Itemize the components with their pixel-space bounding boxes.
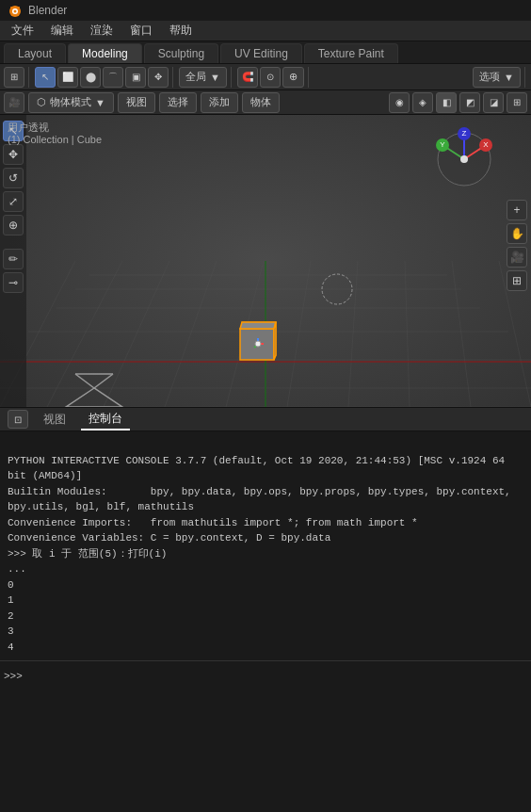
add-btn[interactable]: 添加 <box>201 92 238 113</box>
svg-marker-32 <box>274 322 276 360</box>
menu-bar: 文件 编辑 渲染 窗口 帮助 <box>0 21 531 41</box>
console-line: Builtin Modules: bpy, bpy.data, bpy.ops,… <box>8 484 523 515</box>
tab-modeling[interactable]: Modeling <box>68 43 142 63</box>
svg-text:Z: Z <box>462 129 467 138</box>
navigation-gizmo[interactable]: X Y Z <box>431 126 497 192</box>
console-input-field[interactable] <box>26 671 527 682</box>
box-select-btn[interactable]: ⬜ <box>57 67 78 88</box>
blender-logo-icon <box>8 3 23 18</box>
svg-point-36 <box>255 341 261 347</box>
console-prompt: >>> <box>4 671 23 682</box>
console-line: >>> 取 i 于 范围(5)：打印(i) <box>8 546 523 562</box>
camera-view-btn[interactable]: 🎥 <box>507 247 527 268</box>
grid-view-btn[interactable]: ⊞ <box>507 270 527 291</box>
console-line: 3 <box>8 624 523 640</box>
bottom-header: ⊡ 视图 控制台 <box>0 407 531 431</box>
toolbar-icon-btn[interactable]: ⊞ <box>4 67 24 88</box>
header-row2: 🎥 ⬡ 物体模式 ▼ 视图 选择 添加 物体 ◉ ◈ ◧ ◩ ◪ ⊞ <box>0 90 531 115</box>
toolbar-select-group: ↖ ⬜ ⬤ ⌒ ▣ ✥ <box>35 67 173 88</box>
tweak-btn[interactable]: ✥ <box>148 67 169 88</box>
console-line: Convenience Variables: C = bpy.context, … <box>8 530 523 546</box>
snap-btn[interactable]: 🧲 <box>237 67 258 88</box>
viewport-icon-btn[interactable]: 🎥 <box>4 92 24 113</box>
tab-uv-editing[interactable]: UV Editing <box>220 43 302 63</box>
title-bar: Blender <box>0 0 531 21</box>
shading-mode-btn3[interactable]: ◧ <box>436 92 457 113</box>
toolbar-options-group: 选项 ▼ <box>473 67 525 88</box>
chevron-down-icon2: ▼ <box>504 72 514 83</box>
toolbar-snap-group: 🧲 ⊙ ⊕ <box>237 67 309 88</box>
shading-mode-btn2[interactable]: ◈ <box>412 92 433 113</box>
viewport-perspective-label: 用户透视 <box>8 121 49 135</box>
proportional-btn[interactable]: ⊙ <box>260 67 281 88</box>
left-tools: ↖ ✥ ↺ ⤢ ⊕ ✏ ⊸ <box>0 115 26 407</box>
console-line: 0 <box>8 577 523 593</box>
workspace-tabs: Layout Modeling Sculpting UV Editing Tex… <box>0 41 531 64</box>
svg-text:Y: Y <box>440 140 445 149</box>
measure-tool[interactable]: ⊸ <box>3 272 24 293</box>
console-line: Convenience Imports: from mathutils impo… <box>8 515 523 531</box>
options-label: 选项 <box>479 70 500 84</box>
mode-chevron-icon: ▼ <box>95 97 105 108</box>
shading-mode-btn5[interactable]: ◪ <box>483 92 504 113</box>
chevron-down-icon: ▼ <box>210 72 220 83</box>
menu-help[interactable]: 帮助 <box>162 21 200 41</box>
scale-tool[interactable]: ⤢ <box>3 191 24 212</box>
menu-window[interactable]: 窗口 <box>122 21 160 41</box>
title-text: Blender <box>28 4 67 17</box>
console-line: 4 <box>8 640 523 656</box>
tab-sculpting[interactable]: Sculpting <box>144 43 218 63</box>
menu-file[interactable]: 文件 <box>4 21 41 41</box>
options-dropdown[interactable]: 选项 ▼ <box>473 67 521 88</box>
mode-icon: ⬡ <box>37 96 46 108</box>
snap-icon: ⊕ <box>289 71 298 83</box>
svg-point-47 <box>460 155 468 163</box>
circle-select-btn[interactable]: ⬤ <box>80 67 101 88</box>
console-input-area[interactable]: >>> <box>0 660 531 690</box>
console-line: 1 <box>8 593 523 609</box>
select-btn[interactable]: 选择 <box>159 92 197 113</box>
tab-texture-paint[interactable]: Texture Paint <box>304 43 398 63</box>
menu-edit[interactable]: 编辑 <box>43 21 81 41</box>
svg-marker-31 <box>240 322 276 329</box>
toolbar-transform-group: 全局 ▼ <box>179 67 232 88</box>
toolbar-mode-group: ⊞ <box>4 67 29 88</box>
shading-mode-btn4[interactable]: ◩ <box>459 92 480 113</box>
svg-rect-3 <box>10 7 20 8</box>
lasso-select-btn[interactable]: ⌒ <box>103 67 123 88</box>
right-viewport-tools: + ✋ 🎥 ⊞ <box>507 200 527 291</box>
transform-dropdown[interactable]: 全局 ▼ <box>179 67 227 88</box>
svg-text:X: X <box>483 140 489 149</box>
transform-label: 全局 <box>185 70 206 84</box>
transform-tool[interactable]: ⊕ <box>3 215 24 235</box>
menu-render[interactable]: 渲染 <box>83 21 121 41</box>
mode-label: 物体模式 <box>50 95 91 109</box>
console-line: ... <box>8 561 523 577</box>
shading-mode-btn1[interactable]: ◉ <box>389 92 410 113</box>
toolbar-row: ⊞ ↖ ⬜ ⬤ ⌒ ▣ ✥ 全局 ▼ 🧲 ⊙ ⊕ 选项 ▼ <box>0 64 531 90</box>
console-output: PYTHON INTERACTIVE CONSOLE 3.7.7 (defaul… <box>0 431 531 660</box>
svg-point-2 <box>14 10 17 13</box>
overlay-btn[interactable]: ⊞ <box>507 92 527 113</box>
rotate-tool[interactable]: ↺ <box>3 168 24 188</box>
view-btn[interactable]: 视图 <box>118 92 155 113</box>
console-line: 2 <box>8 609 523 625</box>
snap-dropdown[interactable]: ⊕ <box>282 67 304 88</box>
extra-select-btn[interactable]: ▣ <box>125 67 146 88</box>
select-tool-btn[interactable]: ↖ <box>35 67 56 88</box>
viewport[interactable]: ↖ ✥ ↺ ⤢ ⊕ ✏ ⊸ 用户透视 (1) Collection | Cube… <box>0 115 531 407</box>
pan-btn[interactable]: ✋ <box>507 223 527 244</box>
console-icon-btn[interactable]: ⊡ <box>8 410 28 429</box>
move-tool[interactable]: ✥ <box>3 144 24 165</box>
tab-layout[interactable]: Layout <box>4 43 66 63</box>
annotate-tool[interactable]: ✏ <box>3 249 24 269</box>
tab-view[interactable]: 视图 <box>36 410 73 430</box>
mode-dropdown[interactable]: ⬡ 物体模式 ▼ <box>28 92 114 113</box>
viewport-breadcrumb: (1) Collection | Cube <box>8 134 102 145</box>
zoom-in-btn[interactable]: + <box>507 200 527 220</box>
tab-console[interactable]: 控制台 <box>81 409 130 430</box>
console-line: PYTHON INTERACTIVE CONSOLE 3.7.7 (defaul… <box>8 453 523 484</box>
object-btn[interactable]: 物体 <box>242 92 280 113</box>
